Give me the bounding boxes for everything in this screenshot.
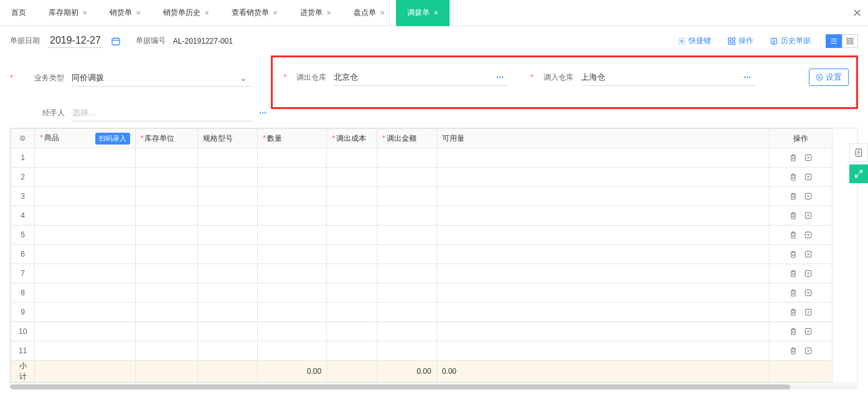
- doc-date-value[interactable]: 2019-12-27: [47, 34, 103, 48]
- shortcut-link[interactable]: 快捷键: [677, 36, 711, 46]
- svg-rect-8: [851, 38, 853, 40]
- more-icon[interactable]: ⋯: [496, 73, 504, 82]
- operate-link[interactable]: 操作: [727, 36, 753, 46]
- out-warehouse-field[interactable]: * 调出仓库 ⋯: [284, 69, 509, 86]
- more-icon[interactable]: ⋯: [259, 108, 267, 117]
- add-row-icon[interactable]: [804, 308, 813, 316]
- close-icon[interactable]: ✕: [433, 9, 438, 16]
- add-row-icon[interactable]: [804, 327, 813, 336]
- close-icon[interactable]: ✕: [273, 9, 278, 16]
- chevron-down-icon[interactable]: ⌄: [240, 73, 247, 83]
- add-row-icon[interactable]: [804, 231, 813, 239]
- close-icon[interactable]: ✕: [136, 9, 141, 16]
- biz-type-field[interactable]: * 业务类型 ⌄: [10, 69, 252, 87]
- biz-type-input[interactable]: [72, 69, 252, 87]
- table-row[interactable]: 10: [11, 322, 833, 341]
- table-row[interactable]: 7: [11, 264, 833, 283]
- svg-rect-10: [851, 42, 853, 44]
- svg-rect-7: [847, 38, 849, 40]
- subtotal-row: 小计 0.00 0.00 0.00: [11, 361, 833, 383]
- handler-input[interactable]: [72, 104, 253, 121]
- form-area: * 业务类型 ⌄ 经手人 ⋯ * 调出仓库 ⋯ * 调入仓库: [0, 62, 868, 121]
- add-row-icon[interactable]: [804, 288, 813, 297]
- svg-rect-5: [732, 42, 735, 44]
- table-row[interactable]: 4: [11, 206, 833, 226]
- close-icon[interactable]: ✕: [380, 9, 385, 16]
- close-icon[interactable]: ✕: [82, 9, 87, 16]
- delete-row-icon[interactable]: [789, 211, 798, 220]
- table-row[interactable]: 2: [11, 168, 833, 187]
- delete-row-icon[interactable]: [789, 346, 798, 355]
- table-row[interactable]: 3: [11, 187, 833, 206]
- add-row-icon[interactable]: [804, 173, 813, 181]
- doc-no-value: AL-20191227-001: [173, 37, 233, 45]
- doc-info-bar: 单据日期 2019-12-27 单据编号 AL-20191227-001 快捷键…: [0, 26, 868, 55]
- in-warehouse-input[interactable]: [581, 69, 755, 86]
- svg-rect-2: [729, 37, 731, 40]
- in-warehouse-field[interactable]: * 调入仓库 ⋯: [531, 69, 755, 86]
- settings-button[interactable]: 设置: [809, 69, 849, 86]
- handler-field[interactable]: 经手人 ⋯: [10, 104, 271, 121]
- tab-sales-order[interactable]: 销货单✕: [98, 0, 152, 26]
- side-expand-icon[interactable]: [849, 164, 868, 183]
- add-row-icon[interactable]: [804, 192, 813, 201]
- col-spec: 规格型号: [198, 129, 258, 148]
- horizontal-scrollbar[interactable]: [10, 384, 858, 389]
- svg-rect-9: [847, 42, 849, 44]
- tab-stocktake[interactable]: 盘点单✕: [342, 0, 396, 26]
- view-grid-icon[interactable]: [842, 34, 858, 48]
- tab-sales-history[interactable]: 销货单历史✕: [152, 0, 220, 26]
- add-row-icon[interactable]: [804, 269, 813, 278]
- svg-point-1: [681, 40, 683, 42]
- table-row[interactable]: 9: [11, 303, 833, 322]
- items-table: ⚙ *商品扫码录入 *库存单位 规格型号 *数量 *调出成本 *调出金额 可用量…: [11, 128, 833, 383]
- side-panel: [849, 143, 868, 183]
- tab-home[interactable]: 首页: [0, 0, 37, 26]
- scan-badge[interactable]: 扫码录入: [95, 133, 130, 145]
- delete-row-icon[interactable]: [789, 269, 798, 278]
- calendar-icon[interactable]: [111, 36, 121, 46]
- close-icon[interactable]: ✕: [204, 9, 209, 16]
- col-amount: *调出金额: [377, 129, 436, 148]
- delete-row-icon[interactable]: [789, 250, 798, 259]
- delete-row-icon[interactable]: [789, 173, 798, 181]
- delete-row-icon[interactable]: [789, 327, 798, 336]
- gear-icon: ⚙: [19, 134, 26, 143]
- delete-row-icon[interactable]: [789, 231, 798, 239]
- col-cost: *调出成本: [327, 129, 377, 148]
- add-row-icon[interactable]: [804, 211, 813, 220]
- tab-purchase[interactable]: 进货单✕: [289, 0, 342, 26]
- add-row-icon[interactable]: [804, 250, 813, 259]
- table-row[interactable]: 5: [11, 226, 833, 245]
- side-notes-icon[interactable]: [849, 143, 868, 162]
- col-settings[interactable]: ⚙: [11, 129, 35, 148]
- svg-rect-4: [729, 42, 731, 44]
- history-link[interactable]: 历史单据: [770, 36, 811, 46]
- col-unit: *库存单位: [135, 129, 198, 148]
- tab-transfer[interactable]: 调拨单✕: [396, 0, 450, 26]
- highlighted-warehouse-box: * 调出仓库 ⋯ * 调入仓库 ⋯ 设置: [271, 55, 858, 109]
- delete-row-icon[interactable]: [789, 288, 798, 297]
- close-icon[interactable]: ✕: [326, 9, 331, 16]
- tab-bar: 首页 库存期初✕ 销货单✕ 销货单历史✕ 查看销货单✕ 进货单✕ 盘点单✕ 调拨…: [0, 0, 868, 26]
- out-warehouse-input[interactable]: [334, 69, 508, 86]
- delete-row-icon[interactable]: [789, 308, 798, 316]
- table-row[interactable]: 1: [11, 148, 833, 168]
- add-row-icon[interactable]: [804, 153, 813, 162]
- table-row[interactable]: 8: [11, 283, 833, 303]
- svg-point-11: [819, 77, 821, 79]
- view-list-icon[interactable]: [826, 34, 842, 48]
- doc-no-label: 单据编号: [136, 36, 166, 46]
- svg-rect-0: [112, 38, 120, 45]
- more-icon[interactable]: ⋯: [743, 73, 752, 82]
- table-row[interactable]: 6: [11, 245, 833, 264]
- add-row-icon[interactable]: [804, 346, 813, 355]
- close-all-icon[interactable]: ✕: [852, 6, 862, 20]
- delete-row-icon[interactable]: [789, 153, 798, 162]
- tab-view-sales[interactable]: 查看销货单✕: [220, 0, 289, 26]
- tab-inventory-init[interactable]: 库存期初✕: [37, 0, 98, 26]
- table-area: ⚙ *商品扫码录入 *库存单位 规格型号 *数量 *调出成本 *调出金额 可用量…: [0, 128, 868, 389]
- table-row[interactable]: 11: [11, 341, 833, 361]
- col-avail: 可用量: [436, 129, 769, 148]
- delete-row-icon[interactable]: [789, 192, 798, 201]
